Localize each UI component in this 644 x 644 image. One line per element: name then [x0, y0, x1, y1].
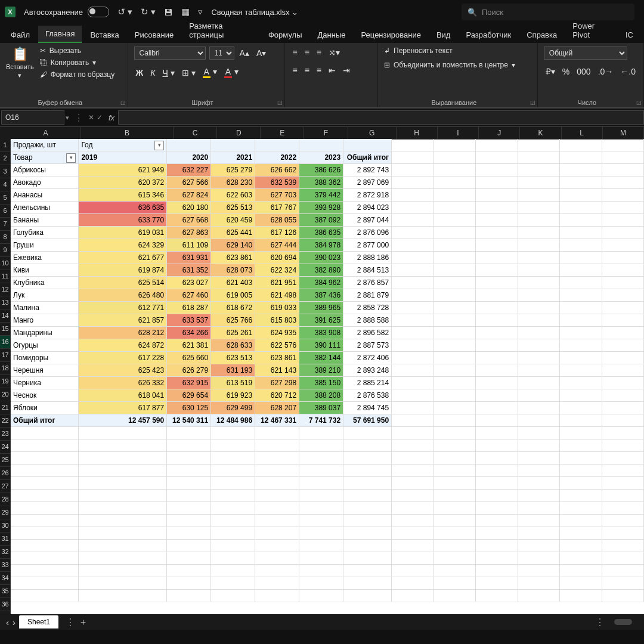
- cell[interactable]: [434, 427, 476, 439]
- row-header[interactable]: 27: [0, 480, 11, 493]
- cell[interactable]: [560, 377, 602, 389]
- tab-Главная[interactable]: Главная: [38, 26, 82, 43]
- cell[interactable]: 631 193: [211, 364, 255, 377]
- cell[interactable]: [392, 427, 434, 439]
- cell[interactable]: 2023: [299, 151, 343, 164]
- format-painter-button[interactable]: 🖌 Формат по образцу: [40, 70, 115, 79]
- tab-Файл[interactable]: Файл: [4, 27, 37, 43]
- inc-dec-icon[interactable]: .0→: [596, 66, 615, 78]
- cell[interactable]: 624 935: [255, 327, 299, 339]
- cell[interactable]: [79, 477, 167, 490]
- cell[interactable]: [255, 139, 299, 151]
- cell[interactable]: 627 824: [167, 189, 211, 202]
- cell[interactable]: [11, 527, 79, 540]
- tab-Рецензирование[interactable]: Рецензирование: [354, 27, 428, 43]
- percent-icon[interactable]: %: [561, 66, 571, 78]
- cell[interactable]: [434, 339, 476, 352]
- cell[interactable]: Товар▾: [11, 151, 79, 164]
- cell[interactable]: [518, 439, 560, 452]
- cell[interactable]: 627 566: [167, 177, 211, 189]
- cell[interactable]: [602, 339, 644, 352]
- tab-Вид[interactable]: Вид: [429, 27, 458, 43]
- cell[interactable]: Ежевика: [11, 252, 79, 264]
- cell[interactable]: [392, 139, 434, 151]
- tab-Рисование[interactable]: Рисование: [128, 27, 181, 43]
- cell[interactable]: [79, 502, 167, 515]
- row-header[interactable]: 8: [0, 231, 11, 244]
- sheet-tab[interactable]: Sheet1: [19, 615, 58, 628]
- cell[interactable]: [211, 577, 255, 590]
- cell[interactable]: [79, 490, 167, 502]
- cell[interactable]: [434, 515, 476, 527]
- cell[interactable]: 620 459: [211, 214, 255, 227]
- cell[interactable]: [255, 540, 299, 552]
- cell[interactable]: 628 207: [255, 402, 299, 414]
- cell[interactable]: 633 537: [167, 314, 211, 327]
- cell[interactable]: 12 457 590: [79, 414, 167, 427]
- cell[interactable]: [392, 377, 434, 389]
- cell[interactable]: [167, 590, 211, 602]
- cell[interactable]: [476, 515, 518, 527]
- cell[interactable]: 2 892 743: [343, 164, 392, 177]
- cell[interactable]: [560, 352, 602, 364]
- cell[interactable]: 2 894 745: [343, 402, 392, 414]
- cell[interactable]: [392, 465, 434, 477]
- cell[interactable]: [434, 189, 476, 202]
- cell[interactable]: [518, 540, 560, 552]
- cell[interactable]: 619 031: [79, 227, 167, 239]
- cell[interactable]: [602, 177, 644, 189]
- cell[interactable]: [518, 164, 560, 177]
- cell[interactable]: [167, 552, 211, 565]
- cell[interactable]: 621 857: [79, 314, 167, 327]
- cell[interactable]: [602, 364, 644, 377]
- cell[interactable]: [392, 565, 434, 577]
- cell[interactable]: 630 125: [167, 402, 211, 414]
- cell[interactable]: 618 672: [211, 302, 255, 314]
- cell[interactable]: 626 480: [79, 289, 167, 302]
- cell[interactable]: 618 041: [79, 389, 167, 402]
- row-header[interactable]: 24: [0, 441, 11, 454]
- cell[interactable]: 2 887 573: [343, 339, 392, 352]
- tab-Формулы[interactable]: Формулы: [261, 27, 309, 43]
- cell[interactable]: [392, 502, 434, 515]
- cell[interactable]: [434, 264, 476, 277]
- cell[interactable]: [518, 302, 560, 314]
- cell[interactable]: [518, 477, 560, 490]
- cell[interactable]: [211, 490, 255, 502]
- cell[interactable]: [602, 414, 644, 427]
- row-header[interactable]: 36: [0, 598, 11, 611]
- cell[interactable]: [299, 515, 343, 527]
- cell[interactable]: [434, 540, 476, 552]
- cell[interactable]: [392, 515, 434, 527]
- cell[interactable]: [518, 414, 560, 427]
- cell[interactable]: 383 908: [299, 327, 343, 339]
- cell[interactable]: 2 872 406: [343, 352, 392, 364]
- cell[interactable]: [434, 277, 476, 289]
- cell[interactable]: [476, 302, 518, 314]
- cell[interactable]: [476, 327, 518, 339]
- autosave[interactable]: Автосохранение: [24, 7, 109, 17]
- cell[interactable]: 615 803: [255, 314, 299, 327]
- cell[interactable]: [392, 252, 434, 264]
- row-header[interactable]: 4: [0, 178, 11, 191]
- cell[interactable]: 384 962: [299, 277, 343, 289]
- cell[interactable]: [518, 427, 560, 439]
- cell[interactable]: [434, 590, 476, 602]
- cell[interactable]: 2022: [255, 151, 299, 164]
- cell[interactable]: [560, 577, 602, 590]
- cell[interactable]: 619 874: [79, 264, 167, 277]
- select-all-corner[interactable]: [0, 127, 11, 140]
- cell[interactable]: [602, 452, 644, 465]
- cell[interactable]: 626 279: [167, 364, 211, 377]
- cell[interactable]: 624 872: [79, 339, 167, 352]
- cell[interactable]: [79, 590, 167, 602]
- row-header[interactable]: 25: [0, 454, 11, 467]
- cell[interactable]: [434, 302, 476, 314]
- cell[interactable]: Лук: [11, 289, 79, 302]
- cell[interactable]: [11, 590, 79, 602]
- cell[interactable]: [560, 139, 602, 151]
- bold-button[interactable]: Ж: [134, 67, 145, 79]
- cell[interactable]: [518, 277, 560, 289]
- cell[interactable]: 387 436: [299, 289, 343, 302]
- cell[interactable]: [392, 439, 434, 452]
